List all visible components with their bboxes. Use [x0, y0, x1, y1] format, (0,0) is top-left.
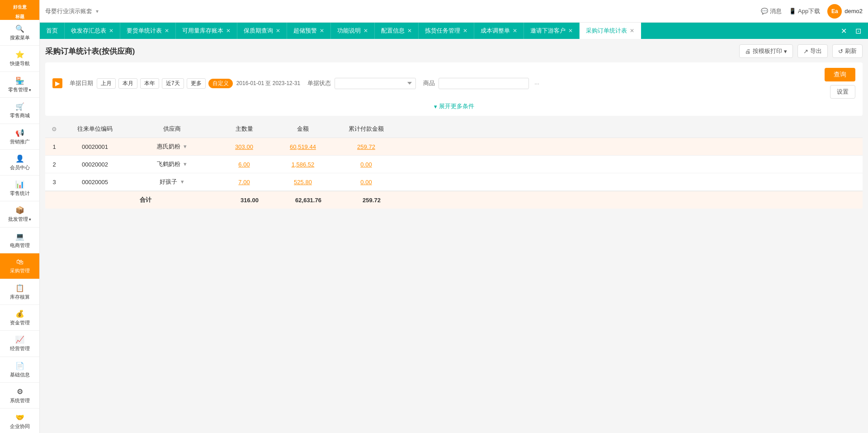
sidebar-item-8[interactable]: 💻 电商管理	[0, 228, 39, 253]
supplier-chevron-icon-2[interactable]: ▾	[181, 178, 184, 185]
nav-tab-10[interactable]: 邀请下游客户✕	[524, 23, 580, 39]
tab-close-6[interactable]: ✕	[363, 28, 368, 34]
sidebar-item-0[interactable]: 🔍 搜索菜单	[0, 20, 39, 46]
date-btn-custom[interactable]: 自定义	[208, 79, 233, 88]
date-btn-more[interactable]: 更多	[187, 78, 206, 89]
sidebar-item-3[interactable]: 🛒 零售商城	[0, 98, 39, 124]
sidebar-item-4[interactable]: 📢 营销推广	[0, 124, 39, 150]
sidebar-item-12[interactable]: 📈 经营管理	[0, 331, 39, 357]
nav-tab-7[interactable]: 配置信息✕	[375, 23, 419, 39]
filter-expand-button[interactable]: ▶	[52, 78, 62, 88]
cell-qty-0: 303.00	[217, 138, 271, 156]
table-row: 3 00020005 好孩子 ▾ 7.00 525.80 0.00	[45, 173, 863, 191]
phone-icon: 📱	[789, 8, 796, 14]
topbar-title: 母婴行业演示账套	[45, 7, 92, 15]
tab-label-7: 配置信息	[381, 27, 405, 35]
column-gear-icon[interactable]: ⚙	[52, 126, 57, 133]
sidebar-item-icon-12: 📈	[15, 335, 24, 344]
tab-close-7[interactable]: ✕	[407, 28, 412, 34]
cell-qty-2: 7.00	[217, 173, 271, 191]
sidebar-item-10[interactable]: 📋 库存核算	[0, 279, 39, 305]
footer-paid: 259.72	[340, 197, 403, 204]
tab-label-6: 功能说明	[337, 27, 361, 35]
app-download-button[interactable]: 📱 App下载	[789, 7, 820, 15]
settings-button[interactable]: 设置	[830, 85, 855, 99]
tab-close-9[interactable]: ✕	[513, 28, 517, 34]
nav-tab-6[interactable]: 功能说明✕	[331, 23, 375, 39]
cell-supplier-2: 好孩子 ▾	[127, 173, 217, 191]
app-download-label: App下载	[798, 7, 820, 15]
supplier-chevron-icon-1[interactable]: ▾	[184, 161, 187, 167]
nav-tab-5[interactable]: 超储预警✕	[287, 23, 331, 39]
tab-close-4[interactable]: ✕	[276, 28, 280, 34]
sidebar-item-13[interactable]: 📄 基础信息	[0, 357, 39, 383]
tab-label-3: 可用量库存账本	[182, 27, 223, 35]
sidebar-item-label-13: 基础信息	[10, 371, 30, 378]
tab-close-5[interactable]: ✕	[320, 28, 324, 34]
nav-tab-0[interactable]: 首页	[40, 23, 65, 39]
cell-extra-2	[398, 173, 863, 191]
sidebar-item-1[interactable]: ⭐ 快捷导航	[0, 46, 39, 71]
nav-tab-8[interactable]: 拣货任务管理✕	[419, 23, 474, 39]
date-btn-7days[interactable]: 近7天	[162, 78, 184, 89]
sidebar-item-icon-3: 🛒	[15, 102, 24, 111]
nav-tab-1[interactable]: 收发存汇总表✕	[65, 23, 120, 39]
table-row: 2 00020002 飞鹤奶粉 ▾ 6.00 1,586.52 0.00	[45, 156, 863, 173]
main-container: 母婴行业演示账套 ▾ 💬 消息 📱 App下载 Ea demo2 首页收发存汇总…	[40, 0, 868, 433]
tab-close-2[interactable]: ✕	[165, 28, 169, 34]
user-menu[interactable]: Ea demo2	[827, 4, 863, 19]
tab-close-1[interactable]: ✕	[109, 28, 113, 34]
nav-tab-11[interactable]: 采购订单统计表✕	[580, 23, 641, 39]
print-button[interactable]: 🖨 按模板打印 ▾	[739, 44, 793, 58]
nav-tab-4[interactable]: 保质期查询✕	[237, 23, 287, 39]
refresh-button[interactable]: ↺ 刷新	[832, 44, 863, 58]
tab-close-10[interactable]: ✕	[568, 28, 573, 34]
sidebar: 好生意 标题 🔍 搜索菜单 ⭐ 快捷导航 🏪 零售管理▾ 🛒 零售商城 📢 营销…	[0, 0, 40, 433]
cell-code-0: 00020001	[63, 138, 127, 156]
tab-close-11[interactable]: ✕	[630, 28, 634, 34]
tab-close-8[interactable]: ✕	[463, 28, 467, 34]
date-btn-last-month[interactable]: 上月	[97, 78, 116, 89]
supplier-chevron-icon-0[interactable]: ▾	[184, 143, 187, 150]
sidebar-item-15[interactable]: 🤝 企业协同	[0, 409, 39, 433]
filter-status-group: 单据状态	[307, 78, 416, 89]
date-btn-this-month[interactable]: 本月	[118, 78, 137, 89]
query-button[interactable]: 查询	[825, 68, 855, 81]
close-all-tabs-button[interactable]: ✕	[837, 24, 850, 37]
filter-date-options: 上月 本月 本年 近7天 更多 自定义	[97, 78, 233, 89]
filter-expand-more-button[interactable]: ▾ 展开更多条件	[434, 102, 474, 110]
restore-tabs-button[interactable]: ⊡	[852, 24, 864, 37]
topbar-right: 💬 消息 📱 App下载 Ea demo2	[761, 4, 863, 19]
nav-tab-3[interactable]: 可用量库存账本✕	[176, 23, 237, 39]
sidebar-item-5[interactable]: 👤 会员中心	[0, 150, 39, 176]
filter-goods-input[interactable]	[439, 78, 529, 89]
tab-label-10: 邀请下游客户	[530, 27, 566, 35]
sidebar-item-icon-6: 📊	[15, 180, 24, 189]
sidebar-item-6[interactable]: 📊 零售统计	[0, 176, 39, 201]
message-icon: 💬	[761, 8, 768, 14]
cell-amount-1: 1,586.52	[271, 156, 335, 173]
cell-amount-2: 525.80	[271, 173, 335, 191]
col-header-amount: 金额	[271, 120, 335, 138]
topbar: 母婴行业演示账套 ▾ 💬 消息 📱 App下载 Ea demo2	[40, 0, 868, 23]
nav-tab-2[interactable]: 要货单统计表✕	[120, 23, 176, 39]
page-header-actions: 🖨 按模板打印 ▾ ↗ 导出 ↺ 刷新	[739, 44, 863, 58]
sidebar-item-9[interactable]: 🛍 采购管理	[0, 253, 39, 279]
nav-tab-9[interactable]: 成本调整单✕	[474, 23, 524, 39]
sidebar-item-7[interactable]: 📦 批发管理▾	[0, 201, 39, 228]
message-button[interactable]: 💬 消息	[761, 7, 782, 15]
filter-status-select[interactable]	[335, 78, 416, 89]
sidebar-item-label-15: 企业协同	[10, 423, 30, 429]
sidebar-item-14[interactable]: ⚙ 系统管理	[0, 383, 39, 409]
sidebar-item-11[interactable]: 💰 资金管理	[0, 305, 39, 331]
date-btn-this-year[interactable]: 本年	[140, 78, 159, 89]
message-label: 消息	[770, 7, 782, 15]
footer-qty: 316.00	[222, 197, 277, 204]
export-button[interactable]: ↗ 导出	[797, 44, 828, 58]
svg-text:好生意: 好生意	[13, 5, 27, 10]
filter-date-range-display: 2016-01-01 至 2023-12-31	[236, 80, 300, 87]
sidebar-item-label-14: 系统管理	[10, 397, 30, 404]
sidebar-item-2[interactable]: 🏪 零售管理▾	[0, 72, 39, 98]
topbar-chevron-icon[interactable]: ▾	[96, 8, 99, 14]
tab-close-3[interactable]: ✕	[226, 28, 231, 34]
